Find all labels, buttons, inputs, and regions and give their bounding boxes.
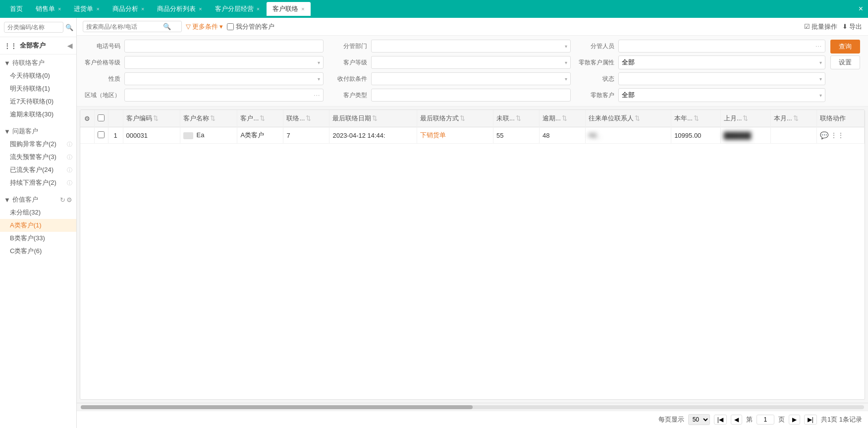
filter-row-1: 电话号码 分管部门 ▾ bbox=[85, 40, 825, 53]
tab-home[interactable]: 首页 bbox=[4, 2, 29, 16]
close-goods-list-tab[interactable]: × bbox=[199, 6, 202, 12]
filter-price-level-select[interactable]: ▾ bbox=[124, 56, 324, 69]
tab-goods-list[interactable]: 商品分析列表 × bbox=[151, 2, 208, 16]
close-all-icon[interactable]: × bbox=[859, 4, 863, 13]
tab-customer-layer[interactable]: 客户分层经营 × bbox=[209, 2, 266, 16]
sidebar-search-icon[interactable]: 🔍 bbox=[65, 24, 73, 31]
sort-icon5: ⇅ bbox=[372, 114, 378, 122]
sidebar-item-hoarding[interactable]: 囤购异常客户(2) ⓘ bbox=[0, 138, 76, 151]
sidebar-item-ungroup[interactable]: 未分组(32) bbox=[0, 206, 76, 219]
filter-nature-select[interactable]: ▾ bbox=[124, 72, 324, 85]
h-scrollbar[interactable] bbox=[81, 405, 864, 409]
tab-purchase[interactable]: 进货单 × bbox=[68, 2, 105, 16]
col-settings[interactable]: ⚙ bbox=[80, 110, 94, 127]
col-last-date[interactable]: 最后联络日期⇅ bbox=[329, 110, 417, 127]
col-action: 联络动作 bbox=[816, 110, 864, 127]
tab-customer-contact[interactable]: 客户联络 × bbox=[267, 2, 310, 16]
close-sales-tab[interactable]: × bbox=[58, 6, 61, 12]
sidebar-item-overdue[interactable]: 逾期未联络(30) bbox=[0, 108, 76, 121]
col-last-method[interactable]: 最后联络方式⇅ bbox=[417, 110, 493, 127]
sidebar-item-today[interactable]: 今天待联络(0) bbox=[0, 69, 76, 82]
sidebar-section-value-header[interactable]: ▼ 价值客户 ↻ ⚙ bbox=[0, 193, 76, 206]
close-customer-contact-tab[interactable]: × bbox=[301, 6, 304, 12]
sidebar-item-loss-warning[interactable]: 流失预警客户(3) ⓘ bbox=[0, 151, 76, 163]
sort-icon: ⇅ bbox=[153, 114, 159, 122]
sidebar-item-lost[interactable]: 已流失客户(24) ⓘ bbox=[0, 163, 76, 176]
col-check[interactable] bbox=[94, 110, 108, 127]
first-page-btn[interactable]: |◀ bbox=[714, 415, 727, 425]
h-scrollbar-thumb[interactable] bbox=[81, 405, 473, 409]
last-method-link[interactable]: 下销货单 bbox=[420, 131, 446, 139]
sidebar-item-c-class[interactable]: C类客户(6) bbox=[0, 245, 76, 258]
close-customer-layer-tab[interactable]: × bbox=[257, 6, 260, 12]
sidebar-section-value: ▼ 价值客户 ↻ ⚙ 未分组(32) A类客户(1) B类客户(33) C类客户… bbox=[0, 191, 76, 260]
search-icon[interactable]: 🔍 bbox=[163, 23, 171, 30]
row-last-date: 2023-04-12 14:44: bbox=[329, 127, 417, 144]
col-code[interactable]: 客户编码⇅ bbox=[123, 110, 180, 127]
right-actions: ☑ 批量操作 ⬇ 导出 bbox=[804, 22, 862, 31]
close-purchase-tab[interactable]: × bbox=[96, 6, 99, 12]
col-name[interactable]: 客户名称⇅ bbox=[180, 110, 237, 127]
col-this-year[interactable]: 本年...⇅ bbox=[671, 110, 721, 127]
content-area: 🔍 ▽ 更多条件 ▾ 我分管的客户 ☑ 批量操作 ⬇ 导出 bbox=[77, 18, 868, 428]
settings-button[interactable]: 设置 bbox=[830, 55, 860, 69]
search-input[interactable] bbox=[86, 23, 163, 30]
filter-sparse-attr-select[interactable]: 全部 ▾ bbox=[618, 55, 825, 69]
close-goods-analysis-tab[interactable]: × bbox=[141, 6, 144, 12]
export-btn[interactable]: ⬇ 导出 bbox=[842, 22, 862, 31]
last-page-btn[interactable]: ▶| bbox=[804, 415, 817, 425]
batch-op-btn[interactable]: ☑ 批量操作 bbox=[804, 22, 837, 31]
col-contact[interactable]: 联络...⇅ bbox=[283, 110, 329, 127]
filter-sparse-attr: 零散客户属性 全部 ▾ bbox=[579, 55, 825, 69]
col-this-month[interactable]: 本月...⇅ bbox=[770, 110, 816, 127]
sidebar-section-problem-header[interactable]: ▼ 问题客户 bbox=[0, 125, 76, 138]
chevron-down-icon6: ▾ bbox=[318, 76, 320, 82]
filter-phone-input[interactable] bbox=[124, 40, 324, 53]
filter-dept-select[interactable]: ▾ bbox=[371, 40, 570, 53]
filter-customer-level-select[interactable]: ▾ bbox=[371, 56, 570, 69]
row-last-method[interactable]: 下销货单 bbox=[417, 127, 493, 144]
filter-payment-select[interactable]: ▾ bbox=[371, 72, 570, 85]
refresh-icon[interactable]: ↻ bbox=[60, 196, 65, 204]
select-all-checkbox[interactable] bbox=[98, 114, 105, 121]
prev-page-btn[interactable]: ◀ bbox=[731, 415, 742, 425]
filter-price-level: 客户价格等级 ▾ bbox=[85, 56, 331, 69]
sidebar-item-a-class[interactable]: A类客户(1) bbox=[0, 219, 76, 232]
arrow-down-icon2: ▼ bbox=[4, 128, 10, 135]
filter-customer-type-input[interactable] bbox=[371, 89, 570, 102]
col-type[interactable]: 客户...⇅ bbox=[237, 110, 283, 127]
sidebar-search-input[interactable] bbox=[4, 22, 63, 33]
table-row: 1 000031 Ea A类客户 7 2023-04-12 14:44: 下销货… bbox=[80, 127, 865, 144]
sidebar-section-pending-header[interactable]: ▼ 待联络客户 bbox=[0, 56, 76, 69]
filter-icon: ▽ bbox=[186, 23, 191, 30]
col-contact2[interactable]: 往来单位联系人⇅ bbox=[585, 110, 671, 127]
tab-goods-analysis[interactable]: 商品分析 × bbox=[107, 2, 150, 16]
sidebar-item-b-class[interactable]: B类客户(33) bbox=[0, 232, 76, 245]
col-last-month[interactable]: 上月...⇅ bbox=[720, 110, 770, 127]
sidebar-collapse-icon[interactable]: ◀ bbox=[67, 42, 72, 50]
sidebar-item-declining[interactable]: 持续下滑客户(2) ⓘ bbox=[0, 176, 76, 189]
more-conditions-btn[interactable]: ▽ 更多条件 ▾ bbox=[186, 22, 223, 31]
query-button[interactable]: 查询 bbox=[830, 40, 860, 54]
sidebar-item-tomorrow[interactable]: 明天待联络(1) bbox=[0, 82, 76, 95]
per-page-select[interactable]: 50 bbox=[688, 414, 710, 425]
sort-icon9: ⇅ bbox=[635, 114, 640, 122]
row-checkbox[interactable] bbox=[98, 131, 105, 138]
filter-status-select[interactable]: ▾ bbox=[618, 72, 825, 85]
chat-action-btn[interactable]: 💬 bbox=[820, 131, 828, 139]
filter-region-input[interactable]: ··· bbox=[124, 89, 324, 102]
filter-sparse-customer-select[interactable]: 全部 ▾ bbox=[618, 88, 825, 102]
row-check[interactable] bbox=[94, 127, 108, 144]
col-not-contact[interactable]: 未联...⇅ bbox=[493, 110, 539, 127]
filter-bar: 🔍 ▽ 更多条件 ▾ 我分管的客户 ☑ 批量操作 ⬇ 导出 bbox=[77, 18, 868, 36]
page-number-input[interactable] bbox=[757, 415, 774, 425]
my-customers-checkbox[interactable] bbox=[227, 23, 234, 30]
more-action-btn[interactable]: ⋮⋮ bbox=[830, 131, 844, 139]
settings-icon[interactable]: ⚙ bbox=[66, 196, 72, 204]
tab-sales[interactable]: 销售单 × bbox=[30, 2, 67, 16]
sidebar-item-7days[interactable]: 近7天待联络(0) bbox=[0, 95, 76, 108]
next-page-btn[interactable]: ▶ bbox=[789, 415, 800, 425]
row-code[interactable]: 000031 bbox=[123, 127, 180, 144]
col-overdue[interactable]: 逾期...⇅ bbox=[539, 110, 585, 127]
filter-person-input[interactable]: ··· bbox=[618, 40, 825, 53]
